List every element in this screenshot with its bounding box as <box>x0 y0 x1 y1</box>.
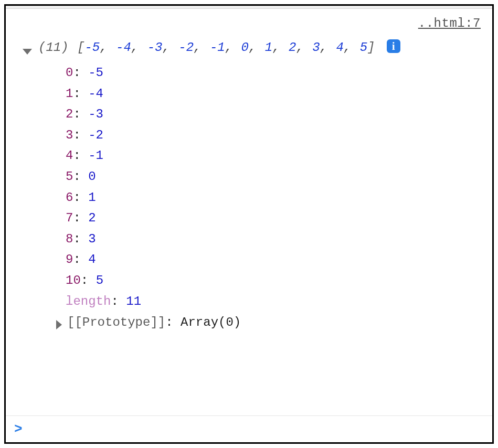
chevron-right-icon: > <box>14 421 23 437</box>
length-key: length <box>66 294 111 308</box>
array-preview-value: -1 <box>210 40 225 55</box>
entry-value: -2 <box>88 128 103 142</box>
array-preview-value: 1 <box>265 40 272 55</box>
length-value: 11 <box>126 294 141 308</box>
entry-index: 10 <box>66 273 81 287</box>
entry-value: 5 <box>96 273 103 287</box>
info-icon[interactable]: i <box>387 39 400 53</box>
array-entry[interactable]: 10: 5 <box>66 270 483 291</box>
comma: , <box>344 40 360 55</box>
array-length-badge: (11) <box>38 40 77 55</box>
comma: , <box>272 40 289 55</box>
source-link[interactable]: ..html:7 <box>418 16 481 30</box>
collapse-toggle-icon[interactable] <box>23 49 32 55</box>
entry-value: -4 <box>88 87 103 101</box>
array-preview-value: 3 <box>312 40 320 55</box>
entry-index: 5 <box>66 169 73 184</box>
log-entry: (11) [-5, -4, -3, -2, -1, 0, 1, 2, 3, 4,… <box>10 38 483 333</box>
comma: , <box>194 40 210 55</box>
array-summary-row[interactable]: (11) [-5, -4, -3, -2, -1, 0, 1, 2, 3, 4,… <box>26 38 483 57</box>
entry-index: 4 <box>66 148 73 163</box>
comma: , <box>249 40 265 55</box>
entry-index: 7 <box>66 211 73 225</box>
comma: , <box>225 40 241 55</box>
expand-toggle-icon[interactable] <box>56 320 62 329</box>
array-preview-value: -4 <box>116 40 131 55</box>
array-preview-value: 0 <box>241 40 249 55</box>
console-body: ..html:7 (11) [-5, -4, -3, -2, -1, 0, 1,… <box>6 9 492 415</box>
array-entry[interactable]: 2: -3 <box>66 104 483 125</box>
array-preview-value: 5 <box>360 40 367 55</box>
comma: , <box>320 40 336 55</box>
comma: , <box>100 40 116 55</box>
array-preview-value: 4 <box>336 40 343 55</box>
array-preview-value: -3 <box>147 40 163 55</box>
array-summary-text: (11) [-5, -4, -3, -2, -1, 0, 1, 2, 3, 4,… <box>38 38 400 57</box>
entry-value: 2 <box>88 211 96 225</box>
prototype-value: Array(0) <box>181 313 241 333</box>
array-entry[interactable]: 0: -5 <box>66 62 483 83</box>
entry-value: 1 <box>88 190 96 205</box>
entry-value: 0 <box>88 169 96 184</box>
entry-index: 9 <box>66 252 73 266</box>
array-entry[interactable]: 5: 0 <box>66 166 483 187</box>
array-entry[interactable]: 4: -1 <box>66 145 483 166</box>
array-entry[interactable]: 8: 3 <box>66 229 483 250</box>
length-row[interactable]: length: 11 <box>66 291 483 312</box>
comma: , <box>296 40 312 55</box>
array-preview-value: -5 <box>84 40 100 55</box>
entry-index: 1 <box>66 87 73 101</box>
comma: , <box>131 40 147 55</box>
array-preview-value: 2 <box>289 40 296 55</box>
array-entries: 0: -51: -42: -33: -24: -15: 06: 17: 28: … <box>66 62 483 312</box>
open-bracket: [ <box>77 40 84 55</box>
array-preview-value: -2 <box>178 40 194 55</box>
array-entry[interactable]: 7: 2 <box>66 208 483 229</box>
array-entry[interactable]: 6: 1 <box>66 187 483 208</box>
entry-index: 2 <box>66 107 73 121</box>
array-entry[interactable]: 1: -4 <box>66 83 483 104</box>
entry-value: -1 <box>88 148 103 163</box>
array-entry[interactable]: 9: 4 <box>66 249 483 270</box>
prototype-row[interactable]: [[Prototype]] : Array(0) <box>56 313 483 333</box>
prototype-key: [[Prototype]] <box>67 313 165 333</box>
console-panel: ..html:7 (11) [-5, -4, -3, -2, -1, 0, 1,… <box>4 4 494 444</box>
array-entry[interactable]: 3: -2 <box>66 125 483 146</box>
entry-index: 8 <box>66 232 73 246</box>
entry-value: 4 <box>88 252 96 266</box>
entry-value: -5 <box>88 66 103 80</box>
entry-index: 0 <box>66 66 73 80</box>
entry-index: 6 <box>66 190 73 205</box>
comma: , <box>162 40 178 55</box>
entry-value: -3 <box>88 107 103 121</box>
colon: : <box>165 313 181 333</box>
close-bracket: ] <box>367 40 384 55</box>
entry-value: 3 <box>88 232 96 246</box>
entry-index: 3 <box>66 128 73 142</box>
console-prompt[interactable]: > <box>6 415 492 442</box>
